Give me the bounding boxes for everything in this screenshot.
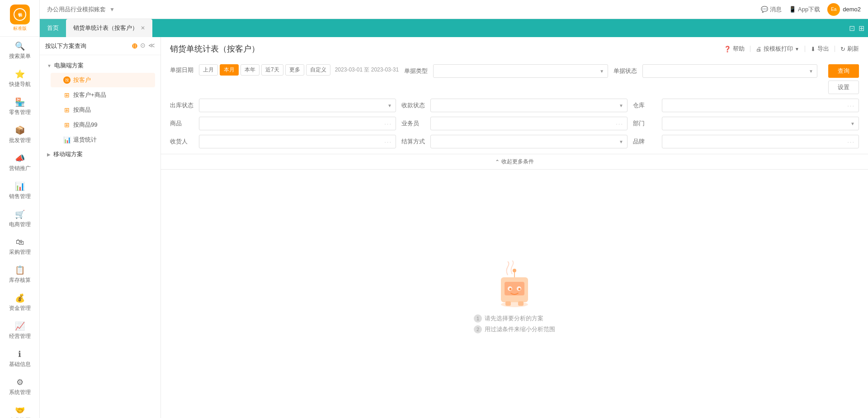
sidebar-item-operations[interactable]: 📈 经营管理 (0, 317, 39, 345)
staff-select[interactable]: ··· (430, 117, 627, 130)
page-title: 销货单统计表（按客户） (170, 43, 259, 54)
tree-section: ▼ 电脑端方案 按 按客户 ⊞ 按客户+商品 ⊞ (40, 55, 160, 165)
message-label: 消息 (770, 5, 782, 14)
collapse-panel-button[interactable]: ≪ (148, 42, 155, 50)
app-label: App下载 (798, 5, 820, 14)
tabbar: 首页 销货单统计表（按客户） ✕ ⊡ ⊞ (40, 19, 868, 37)
doc-status-select[interactable]: ▼ (642, 64, 817, 78)
tree-group-mobile-header[interactable]: ▶ 移动端方案 (43, 147, 157, 161)
tree-item-by-goods[interactable]: ⊞ 按商品 (51, 103, 155, 117)
date-btn-custom[interactable]: 自定义 (306, 64, 330, 76)
date-btn-last7days[interactable]: 近7天 (261, 64, 283, 76)
help-icon: ❓ (724, 46, 731, 52)
add-scheme-button[interactable]: ⊕ (132, 42, 137, 50)
sidebar-label-basicinfo: 基础信息 (9, 361, 31, 368)
collapse-bar[interactable]: ⌃ 收起更多条件 (161, 154, 868, 170)
filter-area: 单据日期 上月 本月 本年 近7天 更多 自定义 2023-03-01 至 20… (161, 59, 868, 154)
tree-item-by-goods-99-label: 按商品99 (73, 121, 97, 129)
tab-home[interactable]: 首页 (40, 19, 66, 37)
avatar: Ea (827, 3, 840, 16)
svg-point-12 (513, 269, 516, 272)
tree-item-return-stat[interactable]: 📊 退货统计 (51, 133, 155, 147)
sidebar-item-purchase[interactable]: 🛍 采购管理 (0, 233, 39, 261)
sidebar-item-search[interactable]: 🔍 搜索菜单 (0, 37, 39, 65)
dept-select[interactable]: ▼ (662, 117, 859, 130)
sidebar-item-retail[interactable]: 🏪 零售管理 (0, 93, 39, 121)
doc-status-arrow-icon: ▼ (809, 69, 813, 74)
date-button-group: 上月 本月 本年 近7天 更多 自定义 2023-03-01 至 2023-03… (199, 64, 399, 76)
settings-scheme-button[interactable]: ⊙ (140, 42, 146, 50)
goods-select[interactable]: ··· (199, 117, 396, 130)
date-btn-thismonth[interactable]: 本月 (220, 64, 239, 76)
sidebar-label-retail: 零售管理 (9, 109, 31, 116)
right-panel-header: 销货单统计表（按客户） ❓ 帮助 🖨 按模板打印 ▼ ⬇ (161, 37, 868, 59)
dropdown-arrow-icon[interactable]: ▼ (109, 6, 115, 13)
sidebar-item-basicinfo[interactable]: ℹ 基础信息 (0, 345, 39, 373)
brand-select[interactable]: ··· (662, 135, 859, 148)
dept-label: 部门 (633, 119, 658, 128)
date-btn-thisyear[interactable]: 本年 (241, 64, 259, 76)
payment-select[interactable]: ▼ (430, 135, 627, 148)
query-button[interactable]: 查询 (828, 64, 859, 78)
empty-state: 1 请先选择要分析的方案 2 用过滤条件来缩小分析范围 (161, 170, 868, 418)
doc-type-select[interactable]: ▼ (433, 64, 608, 78)
refresh-button[interactable]: ↻ 刷新 (840, 45, 859, 53)
topbar-user[interactable]: Ea demo2 (827, 3, 861, 16)
settings-button[interactable]: 设置 (828, 81, 859, 94)
date-btn-lastmonth[interactable]: 上月 (199, 64, 218, 76)
consignee-select[interactable]: ··· (199, 135, 396, 148)
help-button[interactable]: ❓ 帮助 (724, 45, 745, 53)
recv-status-select[interactable]: ▼ (430, 99, 627, 112)
sidebar-label-system: 系统管理 (9, 389, 31, 396)
sidebar-item-collab[interactable]: 🤝 企业协同 (0, 401, 39, 418)
svg-point-2 (501, 302, 528, 307)
tree-group-desktop-header[interactable]: ▼ 电脑端方案 (43, 59, 157, 72)
sidebar-item-sales[interactable]: 📊 销售管理 (0, 177, 39, 205)
chart-icon-3: ⊞ (63, 121, 71, 128)
export-button[interactable]: ⬇ 导出 (811, 45, 829, 53)
date-btn-more[interactable]: 更多 (285, 64, 304, 76)
print-button[interactable]: 🖨 按模板打印 ▼ (756, 45, 799, 53)
chart-icon-4: 📊 (63, 136, 71, 143)
tree-item-by-customer-goods[interactable]: ⊞ 按客户+商品 (51, 88, 155, 102)
tab-close-icon[interactable]: ✕ (141, 25, 145, 31)
finance-icon: 💰 (15, 293, 25, 303)
sidebar-label-finance: 资金管理 (9, 304, 31, 312)
sidebar-item-ecommerce[interactable]: 🛒 电商管理 (0, 205, 39, 233)
topbar-app-download[interactable]: 📱 App下载 (789, 5, 820, 14)
tree-group-desktop-label: 电脑端方案 (54, 62, 84, 70)
tree-item-by-customer[interactable]: 按 按客户 (51, 73, 155, 87)
sidebar-item-wholesale[interactable]: 📦 批发管理 (0, 121, 39, 149)
sidebar-label-operations: 经营管理 (9, 332, 31, 340)
recv-status-label: 收款状态 (401, 101, 427, 109)
topbar-message[interactable]: 💬 消息 (761, 5, 782, 14)
tab-minimize-icon[interactable]: ⊡ (849, 24, 855, 33)
logo-icon: 畅 (10, 5, 30, 24)
export-icon: ⬇ (811, 46, 816, 52)
sidebar-label-marketing: 营销推广 (9, 165, 31, 172)
tab-maximize-icon[interactable]: ⊞ (859, 24, 864, 33)
username-label: demo2 (843, 6, 861, 13)
hint-text-2: 用过滤条件来缩小分析范围 (485, 325, 555, 333)
out-status-select[interactable]: ▼ (199, 99, 396, 112)
sidebar-item-marketing[interactable]: 📣 营销推广 (0, 149, 39, 177)
sidebar-item-system[interactable]: ⚙ 系统管理 (0, 373, 39, 401)
recv-status-arrow-icon: ▼ (619, 103, 623, 108)
sidebar-label-purchase: 采购管理 (9, 248, 31, 256)
sidebar-item-inventory[interactable]: 📋 库存核算 (0, 261, 39, 289)
sidebar: 畅 标准版 🔍 搜索菜单 ⭐ 快捷导航 🏪 零售管理 📦 批发管理 📣 营销推广… (0, 0, 40, 418)
sidebar-label-inventory: 库存核算 (9, 276, 31, 284)
sidebar-item-finance[interactable]: 💰 资金管理 (0, 289, 39, 317)
sidebar-item-quicknav[interactable]: ⭐ 快捷导航 (0, 65, 39, 93)
tab-home-label: 首页 (47, 24, 59, 32)
collapse-label: 收起更多条件 (501, 158, 534, 166)
tree-expand-icon: ▼ (47, 63, 52, 68)
tree-group-mobile-label: 移动端方案 (53, 150, 83, 158)
tab-sales-stat[interactable]: 销货单统计表（按客户） ✕ (66, 19, 152, 37)
tree-item-by-goods-99[interactable]: ⊞ 按商品99 (51, 118, 155, 132)
goods-label: 商品 (170, 119, 195, 128)
empty-hints: 1 请先选择要分析的方案 2 用过滤条件来缩小分析范围 (474, 314, 555, 333)
empty-illustration (487, 255, 542, 309)
print-icon: 🖨 (756, 46, 762, 52)
warehouse-select[interactable]: ··· (662, 99, 859, 112)
